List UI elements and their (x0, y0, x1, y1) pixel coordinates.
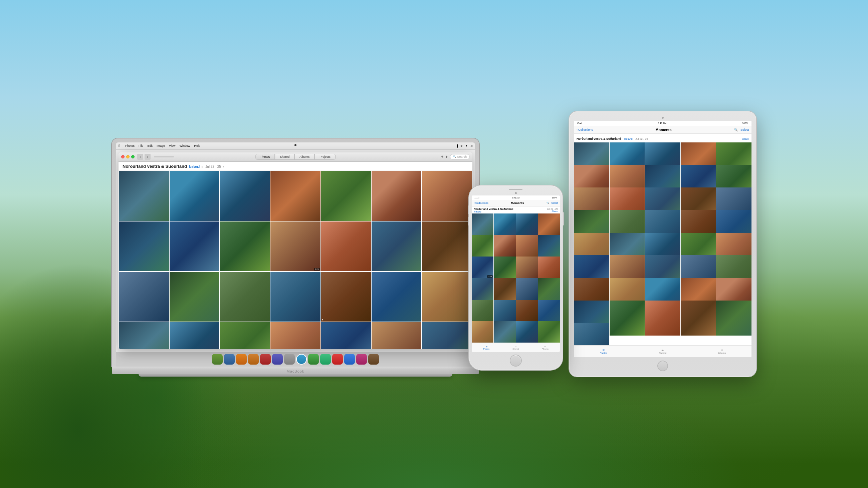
iphone-vol-up-button[interactable] (468, 205, 469, 214)
ios-photo-cell[interactable] (516, 235, 538, 257)
photo-cell[interactable]: 0:17 (422, 322, 472, 349)
photo-cell[interactable] (271, 171, 320, 221)
photo-cell[interactable] (169, 272, 219, 322)
photo-cell[interactable] (169, 222, 219, 271)
ipad-share-btn[interactable]: Share (742, 137, 749, 140)
photo-cell[interactable] (372, 222, 421, 271)
ipad-tab-shared[interactable]: ☁ Shared (633, 346, 692, 357)
photo-cell[interactable] (321, 171, 371, 221)
ios-photo-cell[interactable]: 0:23 (472, 257, 493, 278)
photo-cell[interactable] (220, 272, 270, 322)
dock-facetime-icon[interactable] (320, 354, 331, 365)
back-arrow[interactable]: ‹ (137, 154, 143, 160)
photo-cell[interactable] (372, 322, 421, 349)
iphone-sleep-button[interactable] (562, 212, 564, 226)
add-icon[interactable]: + (441, 155, 443, 159)
photo-cell[interactable] (119, 171, 169, 221)
ios-photo-cell[interactable] (472, 278, 493, 300)
photo-cell[interactable] (271, 272, 320, 322)
menu-help[interactable]: Help (194, 144, 200, 148)
iphone-select-btn[interactable]: Select (552, 202, 558, 204)
iphone-tab-photos[interactable]: ⊞ Photos (472, 343, 501, 352)
photo-cell[interactable] (372, 272, 421, 322)
ipad-back-btn[interactable]: ‹ Collections (577, 128, 593, 131)
dock-photos-icon[interactable] (296, 354, 307, 365)
ios-photo-cell[interactable] (494, 321, 516, 343)
photo-cell[interactable] (321, 222, 371, 271)
dock-numbers-icon[interactable] (332, 354, 343, 365)
ipad-search-btn[interactable]: 🔍 (734, 128, 738, 131)
iphone-vol-down-button[interactable] (468, 217, 469, 226)
photo-cell[interactable]: 0:12 (321, 322, 371, 349)
photo-cell[interactable]: 0:23 (271, 222, 320, 271)
dock-msg-icon[interactable] (308, 354, 319, 365)
forward-arrow[interactable]: › (145, 154, 151, 160)
menu-window[interactable]: Window (179, 144, 190, 148)
ipad-select-btn[interactable]: Select (741, 128, 749, 131)
ipad-tab-photos[interactable]: ⊞ Photos (574, 346, 633, 357)
photo-cell[interactable] (372, 171, 421, 221)
ipad-photo-cell[interactable] (574, 323, 609, 345)
dock-notes-icon[interactable] (272, 354, 283, 365)
menu-photos[interactable]: Photos (125, 144, 134, 148)
photo-cell[interactable]: ♥ (321, 272, 371, 322)
photo-cell[interactable] (169, 171, 219, 221)
tab-photos[interactable]: Photos (255, 154, 275, 160)
ios-photo-cell[interactable] (538, 300, 560, 322)
dock-finder-icon[interactable] (212, 354, 223, 365)
photo-cell[interactable] (119, 322, 169, 349)
search-box[interactable]: 🔍 Search (450, 154, 470, 159)
dock-mail-icon[interactable] (248, 354, 259, 365)
ios-photo-cell[interactable] (494, 257, 516, 278)
ios-photo-cell[interactable] (538, 235, 560, 257)
dock-remote-icon[interactable] (344, 354, 355, 365)
iphone-search-btn[interactable]: 🔍 (547, 202, 550, 204)
ipad-photo-cell[interactable] (610, 300, 645, 336)
dock-launch-icon[interactable] (224, 354, 235, 365)
dock-books-icon[interactable] (368, 354, 379, 365)
ipad-photo-cell[interactable] (681, 300, 716, 336)
iphone-back-btn[interactable]: ‹ Collections (474, 201, 488, 204)
iphone-sublocation[interactable]: Iceland (474, 210, 514, 213)
ios-photo-cell[interactable] (494, 235, 516, 257)
ipad-home-button[interactable] (657, 361, 668, 371)
menu-edit[interactable]: Edit (148, 144, 153, 148)
ipad-photo-cell[interactable] (716, 300, 751, 336)
ios-photo-cell[interactable] (472, 321, 493, 343)
ios-photo-cell[interactable] (472, 235, 493, 257)
menu-file[interactable]: File (138, 144, 144, 148)
ios-photo-cell[interactable] (538, 214, 560, 235)
photo-cell[interactable] (119, 272, 169, 322)
dock-itunes-icon[interactable] (356, 354, 367, 365)
ios-photo-cell[interactable] (494, 300, 516, 322)
menu-image[interactable]: Image (157, 144, 165, 148)
dock-pref-icon[interactable] (284, 354, 295, 365)
dock-cal-icon[interactable] (260, 354, 271, 365)
ipad-photo-cell[interactable] (645, 300, 680, 336)
photo-cell[interactable] (220, 322, 270, 349)
photo-cell[interactable] (220, 171, 270, 221)
ios-photo-cell[interactable] (516, 300, 538, 322)
photo-cell[interactable] (422, 222, 472, 271)
ios-photo-cell[interactable] (538, 257, 560, 278)
ipad-sublocation[interactable]: Iceland (624, 137, 633, 140)
ios-photo-cell[interactable] (494, 214, 516, 235)
zoom-slider[interactable] (154, 156, 174, 157)
photo-cell[interactable] (271, 322, 320, 349)
ipad-tab-albums[interactable]: ▭ Albums (692, 346, 751, 357)
photo-cell[interactable] (220, 222, 270, 271)
location-sub[interactable]: Iceland (189, 165, 199, 168)
ios-photo-cell[interactable] (494, 278, 516, 300)
minimize-button[interactable] (126, 155, 129, 158)
photo-cell[interactable] (422, 272, 472, 322)
tab-shared[interactable]: Shared (275, 154, 294, 160)
iphone-tab-shared[interactable]: ☁ Shared (501, 343, 530, 352)
photo-cell[interactable] (422, 171, 472, 221)
iphone-share-btn[interactable]: Share (547, 210, 558, 213)
ios-photo-cell[interactable] (538, 321, 560, 343)
iphone-tab-albums[interactable]: ▭ Albums (530, 343, 560, 352)
close-button[interactable] (121, 155, 125, 158)
photo-cell[interactable] (169, 322, 219, 349)
photo-cell[interactable] (119, 222, 169, 271)
ios-photo-cell[interactable] (516, 257, 538, 278)
